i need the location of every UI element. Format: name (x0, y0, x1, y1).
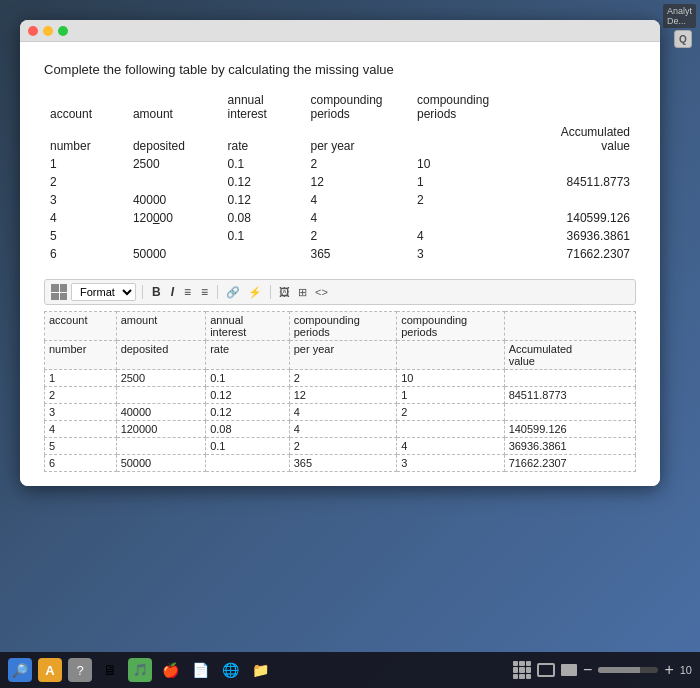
lc-accum[interactable] (504, 370, 635, 387)
code-icon[interactable]: <> (313, 286, 330, 298)
format-select[interactable]: Format (71, 283, 136, 301)
lc-amount[interactable]: 2500 (116, 370, 206, 387)
maximize-button[interactable] (58, 26, 68, 36)
lc-comp2[interactable]: 1 (397, 387, 504, 404)
corner-label: AnalytDe... (663, 4, 696, 28)
lh-account: account (45, 312, 117, 341)
taskbar-icon-question[interactable]: ? (68, 658, 92, 682)
zoom-level: 10 (680, 664, 692, 676)
lc-num[interactable]: 4 (45, 421, 117, 438)
list1-button[interactable]: ≡ (181, 283, 194, 301)
cell-accum: 140599.126 (518, 209, 636, 227)
lc-periods[interactable]: 12 (289, 387, 396, 404)
taskbar-icon-app1[interactable]: 🎵 (128, 658, 152, 682)
lc-amount[interactable] (116, 438, 206, 455)
lower-table-row: 2 0.12 12 1 84511.8773 (45, 387, 636, 404)
lc-num[interactable]: 2 (45, 387, 117, 404)
lc-comp2[interactable]: 3 (397, 455, 504, 472)
lc-periods[interactable]: 4 (289, 421, 396, 438)
close-button[interactable] (28, 26, 38, 36)
window-titlebar (20, 20, 660, 42)
lc-rate[interactable]: 0.1 (206, 370, 290, 387)
cell-accum (518, 155, 636, 173)
table-row: 1 2500 0.1 2 10 (44, 155, 636, 173)
cell-amount: 40000 (127, 191, 222, 209)
zoom-minus[interactable]: − (583, 661, 592, 679)
grid2-icon[interactable]: ⊞ (296, 286, 309, 299)
taskbar-icon-a[interactable]: A (38, 658, 62, 682)
cell-comp2: 10 (411, 155, 518, 173)
lower-table-row: 3 40000 0.12 4 2 (45, 404, 636, 421)
header-comp-periods: compoundingperiods (304, 91, 411, 123)
upper-table: account amount annualinterest compoundin… (44, 91, 636, 263)
lc-amount[interactable] (116, 387, 206, 404)
lc-num[interactable]: 5 (45, 438, 117, 455)
lc-comp2[interactable]: 10 (397, 370, 504, 387)
header-per-year: per year (304, 123, 411, 155)
lower-table-row: 4 120000 0.08 4 140599.126 (45, 421, 636, 438)
lc-comp2[interactable]: 2 (397, 404, 504, 421)
table-row: 2 0.12 12 1 84511.8773 (44, 173, 636, 191)
symbol-icon[interactable]: ⚡ (246, 286, 264, 299)
header-rate: rate (222, 123, 305, 155)
lc-periods[interactable]: 2 (289, 370, 396, 387)
taskbar-left: 🔎 A ? 🖥 🎵 🍎 📄 🌐 📁 (8, 658, 272, 682)
cell-periods: 365 (304, 245, 411, 263)
image-icon[interactable]: 🖼 (277, 286, 292, 298)
lc-rate[interactable]: 0.1 (206, 438, 290, 455)
lc-rate[interactable]: 0.08 (206, 421, 290, 438)
lc-periods[interactable]: 2 (289, 438, 396, 455)
lc-accum[interactable]: 140599.126 (504, 421, 635, 438)
link-icon[interactable]: 🔗 (224, 286, 242, 299)
taskbar-icon-apple[interactable]: 🍎 (158, 658, 182, 682)
lc-amount[interactable]: 120000 (116, 421, 206, 438)
cell-comp2: 4 (411, 227, 518, 245)
taskbar-icon-doc[interactable]: 📄 (188, 658, 212, 682)
lc-periods[interactable]: 4 (289, 404, 396, 421)
lc-accum[interactable]: 71662.2307 (504, 455, 635, 472)
taskbar-icon-folder[interactable]: 📁 (248, 658, 272, 682)
lc-comp2[interactable]: 4 (397, 438, 504, 455)
window-view-icon[interactable] (537, 663, 555, 677)
lc-num[interactable]: 1 (45, 370, 117, 387)
cell-rate (222, 245, 305, 263)
lc-amount[interactable]: 50000 (116, 455, 206, 472)
zoom-slider[interactable] (598, 667, 658, 673)
lc-rate[interactable] (206, 455, 290, 472)
lc-comp2[interactable] (397, 421, 504, 438)
bold-button[interactable]: B (149, 283, 164, 301)
header-accum (518, 91, 636, 123)
cell-periods: 2 (304, 227, 411, 245)
cell-comp2: 1 (411, 173, 518, 191)
lc-periods[interactable]: 365 (289, 455, 396, 472)
lc-accum[interactable]: 36936.3861 (504, 438, 635, 455)
cell-amount (127, 173, 222, 191)
minimize-button[interactable] (43, 26, 53, 36)
lc-num[interactable]: 3 (45, 404, 117, 421)
lc-num[interactable]: 6 (45, 455, 117, 472)
header-deposited: deposited (127, 123, 222, 155)
italic-button[interactable]: I (168, 283, 177, 301)
grid-icon (51, 284, 67, 300)
lc-accum[interactable]: 84511.8773 (504, 387, 635, 404)
taskbar-icon-web[interactable]: 🌐 (218, 658, 242, 682)
lower-header-row1: account amount annualinterest compoundin… (45, 312, 636, 341)
q-button[interactable]: Q (674, 30, 692, 48)
grid-view-icon[interactable] (513, 661, 531, 679)
zoom-plus[interactable]: + (664, 661, 673, 679)
taskbar-icon-screen[interactable]: 🖥 (98, 658, 122, 682)
cell-num: 4 (44, 209, 127, 227)
divider (142, 285, 143, 299)
table-row: 6 50000 365 3 71662.2307 (44, 245, 636, 263)
toolbar: Format B I ≡ ≡ 🔗 ⚡ 🖼 ⊞ <> (44, 279, 636, 305)
taskbar-icon-finder[interactable]: 🔎 (8, 658, 32, 682)
lc-amount[interactable]: 40000 (116, 404, 206, 421)
lc-rate[interactable]: 0.12 (206, 387, 290, 404)
taskbar-right: − + 10 (513, 661, 692, 679)
lh-comp1: compoundingperiods (289, 312, 396, 341)
list2-button[interactable]: ≡ (198, 283, 211, 301)
lc-rate[interactable]: 0.12 (206, 404, 290, 421)
lc-accum[interactable] (504, 404, 635, 421)
panel-icon[interactable] (561, 664, 577, 676)
lh-deposited: deposited (116, 341, 206, 370)
